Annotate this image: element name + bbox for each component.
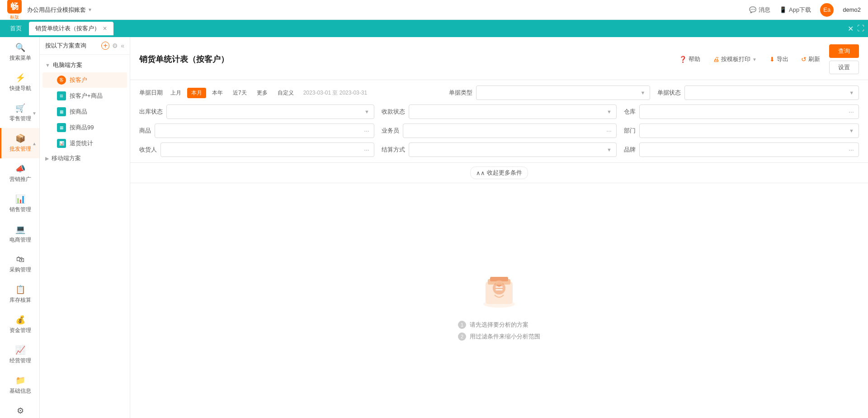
filter-field-payment: 收款状态 ▼ xyxy=(382,104,617,119)
finance-icon: 💰 xyxy=(15,315,25,325)
logo-text: 标版 xyxy=(10,14,19,20)
scheme-setting-icon[interactable]: ⚙ xyxy=(112,42,118,49)
department-input[interactable]: ▼ xyxy=(639,124,859,138)
tab-close-all-icon[interactable]: ✕ xyxy=(848,24,854,33)
scheme-actions: + ⚙ « xyxy=(101,42,124,50)
date-range-text: 2023-03-01 至 2023-03-31 xyxy=(303,89,367,97)
sidebar-item-quick-nav[interactable]: ⚡ 快捷导航 xyxy=(0,67,39,98)
svg-rect-6 xyxy=(495,289,503,290)
logo-area[interactable]: 畅 标版 xyxy=(7,0,22,20)
salesperson-dots-icon[interactable]: ··· xyxy=(606,127,612,134)
hint-num-2: 2 xyxy=(458,332,466,341)
date-shortcut-this-month[interactable]: 本月 xyxy=(187,88,206,98)
sidebar-item-marketing[interactable]: 📣 营销推广 xyxy=(0,158,39,189)
scheme-item-by-product99[interactable]: ▦ 按商品99 xyxy=(42,120,127,135)
collapse-more-button[interactable]: ∧∧ 收起更多条件 xyxy=(470,166,528,179)
salesperson-input[interactable]: ··· xyxy=(403,124,617,138)
workspace-selector[interactable]: 办公用品行业模拟账套 ▼ xyxy=(27,6,92,14)
app-download-icon: 📱 xyxy=(779,6,787,13)
scheme-item-return-stat[interactable]: 📊 退货统计 xyxy=(42,136,127,151)
date-label: 单据日期 xyxy=(139,89,163,97)
export-button[interactable]: ⬇ 导出 xyxy=(766,53,792,65)
user-avatar[interactable]: Ea xyxy=(820,3,834,17)
user-name[interactable]: demo2 xyxy=(843,6,861,13)
filter-field-receiver: 收货人 ··· xyxy=(139,142,374,157)
tab-sales-stat-label: 销货单统计表（按客户） xyxy=(35,24,100,33)
sidebar-item-retail[interactable]: 🛒 零售管理 ▼ xyxy=(0,98,39,128)
settlement-input[interactable]: ▼ xyxy=(409,142,617,157)
product-label: 商品 xyxy=(139,127,151,135)
tab-maximize-icon[interactable]: ⛶ xyxy=(857,24,864,33)
scheme-item-by-product[interactable]: ▦ 按商品 xyxy=(42,104,127,119)
by-product-icon: ▦ xyxy=(57,107,66,116)
content-area: 按以下方案查询 + ⚙ « ▼ 电脑端方案 客 按客户 xyxy=(40,37,868,418)
filter-area: 单据日期 上月 本月 本年 近7天 更多 自定义 2023-03-01 至 20… xyxy=(130,80,868,163)
mobile-group-label: 移动端方案 xyxy=(52,154,81,162)
date-shortcut-7days[interactable]: 近7天 xyxy=(229,88,251,98)
warehouse-input[interactable]: ··· xyxy=(639,104,859,119)
scheme-item-by-customer[interactable]: 客 按客户 xyxy=(42,72,127,88)
sidebar-item-finance[interactable]: 💰 资金管理 xyxy=(0,309,39,340)
scheme-add-button[interactable]: + xyxy=(101,42,109,50)
app-download-button[interactable]: 📱 App下载 xyxy=(779,6,811,14)
tab-home[interactable]: 首页 xyxy=(4,22,28,35)
help-label: 帮助 xyxy=(689,55,700,63)
date-shortcut-last-month[interactable]: 上月 xyxy=(166,88,185,98)
wholesale-icon: 📦 xyxy=(15,133,25,143)
scheme-group-mobile-header[interactable]: ▶ 移动端方案 xyxy=(40,152,130,165)
sidebar-item-base-info[interactable]: 📁 基础信息 xyxy=(0,370,39,400)
by-product99-icon: ▦ xyxy=(57,123,66,132)
by-customer-icon: 客 xyxy=(57,76,66,85)
quick-nav-label: 快捷导航 xyxy=(9,85,31,92)
brand-dots-icon[interactable]: ··· xyxy=(849,146,854,153)
filter-field-date: 单据日期 上月 本月 本年 近7天 更多 自定义 2023-03-01 至 20… xyxy=(139,88,442,98)
refresh-button[interactable]: ↺ 刷新 xyxy=(797,53,824,65)
tab-sales-stat[interactable]: 销货单统计表（按客户） ✕ xyxy=(29,22,113,35)
main-content-area: 销货单统计表（按客户） ❓ 帮助 🖨 按模板打印 ▼ ⬇ xyxy=(130,37,868,418)
print-button[interactable]: 🖨 按模板打印 ▼ xyxy=(709,53,760,65)
date-shortcut-this-year[interactable]: 本年 xyxy=(208,88,227,98)
collapse-more-area: ∧∧ 收起更多条件 xyxy=(130,163,868,183)
return-stat-icon: 📊 xyxy=(57,139,66,148)
sales-icon: 📊 xyxy=(15,194,25,204)
filter-field-doc-status: 单据状态 ▼ xyxy=(657,86,859,100)
print-icon: 🖨 xyxy=(713,56,719,63)
scheme-collapse-icon[interactable]: « xyxy=(121,42,124,49)
receiver-dots-icon[interactable]: ··· xyxy=(364,146,369,153)
date-shortcut-more[interactable]: 更多 xyxy=(253,88,272,98)
sidebar-item-operations[interactable]: 📈 经营管理 xyxy=(0,340,39,370)
empty-state-illustration xyxy=(472,261,526,315)
payment-input[interactable]: ▼ xyxy=(409,104,617,119)
outstock-arrow-icon: ▼ xyxy=(364,109,369,114)
sidebar-item-sales[interactable]: 📊 销售管理 xyxy=(0,189,39,219)
warehouse-dots-icon[interactable]: ··· xyxy=(849,108,854,115)
sidebar-item-search-menu[interactable]: 🔍 搜索菜单 xyxy=(0,37,39,67)
help-button[interactable]: ❓ 帮助 xyxy=(675,53,704,65)
sidebar-item-purchase[interactable]: 🛍 采购管理 xyxy=(0,249,39,279)
product-dots-icon[interactable]: ··· xyxy=(364,127,369,134)
outstock-input[interactable]: ▼ xyxy=(166,104,374,119)
wholesale-arrow-icon: ▲ xyxy=(32,141,37,146)
message-button[interactable]: 💬 消息 xyxy=(749,6,770,14)
receiver-input[interactable]: ··· xyxy=(160,142,374,157)
sidebar-item-ecommerce[interactable]: 💻 电商管理 xyxy=(0,219,39,249)
page-title-row: 销货单统计表（按客户） ❓ 帮助 🖨 按模板打印 ▼ ⬇ xyxy=(139,44,859,74)
scheme-item-by-customer-product[interactable]: ⊞ 按客户+商品 xyxy=(42,88,127,104)
sidebar-item-inventory[interactable]: 📋 库存核算 xyxy=(0,279,39,309)
sidebar-item-system[interactable]: ⚙ 系统管理 xyxy=(0,400,39,418)
by-customer-label: 按客户 xyxy=(70,76,87,84)
date-shortcut-custom[interactable]: 自定义 xyxy=(274,88,298,98)
tab-close-icon[interactable]: ✕ xyxy=(103,25,107,32)
doc-status-input[interactable]: ▼ xyxy=(684,86,859,100)
brand-input[interactable]: ··· xyxy=(639,142,859,157)
query-button[interactable]: 查询 xyxy=(829,44,859,58)
settings-button[interactable]: 设置 xyxy=(829,61,859,74)
doc-type-input[interactable]: ▼ xyxy=(476,86,651,100)
sidebar-item-wholesale[interactable]: 📦 批发管理 ▲ xyxy=(0,128,39,158)
scheme-group-desktop-header[interactable]: ▼ 电脑端方案 xyxy=(40,58,130,72)
by-product99-label: 按商品99 xyxy=(70,124,94,132)
sales-label: 销售管理 xyxy=(9,206,31,214)
payment-arrow-icon: ▼ xyxy=(607,109,612,114)
product-input[interactable]: ··· xyxy=(155,124,374,138)
print-arrow-icon: ▼ xyxy=(752,57,757,62)
